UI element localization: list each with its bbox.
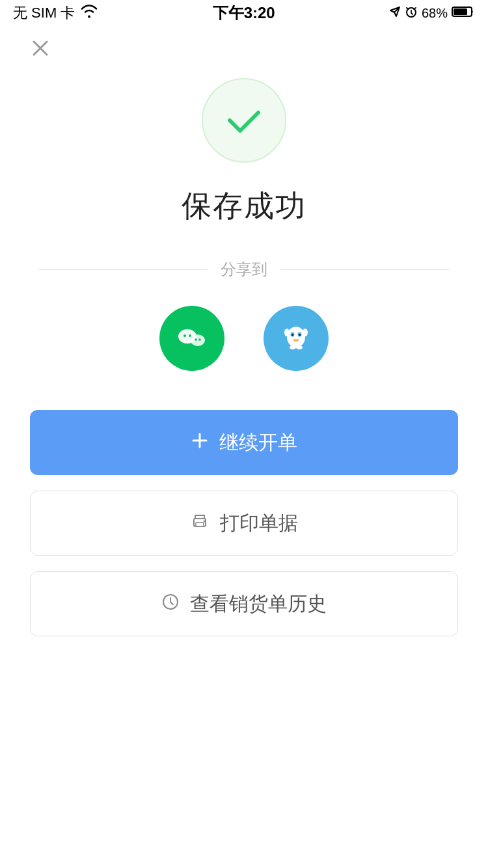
- svg-point-15: [303, 329, 308, 336]
- clock-icon: [161, 593, 180, 616]
- close-button[interactable]: [26, 34, 55, 62]
- divider-line-right: [280, 269, 449, 270]
- success-icon-circle: [202, 78, 286, 163]
- divider-line-left: [39, 269, 208, 270]
- history-button[interactable]: 查看销货单历史: [30, 571, 458, 636]
- svg-point-9: [287, 327, 305, 347]
- svg-point-5: [183, 334, 186, 337]
- svg-point-14: [284, 329, 290, 336]
- battery-percentage: 68%: [422, 6, 448, 21]
- share-wechat-button[interactable]: [159, 306, 224, 371]
- svg-rect-19: [196, 522, 204, 526]
- battery-icon: [452, 6, 475, 21]
- printer-icon: [190, 512, 210, 535]
- no-sim-text: 无 SIM 卡: [13, 3, 75, 23]
- svg-point-4: [191, 334, 205, 346]
- svg-point-6: [189, 334, 191, 337]
- svg-point-12: [291, 334, 293, 336]
- status-bar: 无 SIM 卡 下午3:20 68%: [0, 0, 488, 26]
- success-title: 保存成功: [182, 186, 306, 226]
- share-label: 分享到: [208, 259, 280, 280]
- share-qq-button[interactable]: [264, 306, 329, 371]
- status-right: 68%: [389, 5, 475, 21]
- share-icons-row: [159, 306, 329, 371]
- plus-icon: [191, 431, 209, 454]
- history-label: 查看销货单历史: [190, 591, 327, 617]
- svg-point-7: [195, 338, 197, 341]
- share-divider: 分享到: [0, 259, 488, 280]
- action-buttons: 继续开单 打印单据 查看销货单历史: [0, 410, 488, 636]
- continue-button[interactable]: 继续开单: [30, 410, 458, 475]
- main-content: 保存成功 分享到: [0, 26, 488, 636]
- svg-point-13: [299, 334, 301, 336]
- print-label: 打印单据: [220, 510, 298, 537]
- location-icon: [389, 6, 401, 21]
- continue-label: 继续开单: [219, 429, 297, 456]
- svg-point-20: [204, 520, 206, 522]
- svg-point-16: [290, 346, 296, 349]
- status-time: 下午3:20: [213, 3, 275, 23]
- svg-rect-2: [454, 8, 467, 15]
- status-left: 无 SIM 卡: [13, 3, 98, 23]
- svg-point-8: [198, 338, 201, 341]
- print-button[interactable]: 打印单据: [30, 491, 458, 556]
- alarm-icon: [405, 5, 418, 21]
- svg-point-17: [296, 346, 303, 349]
- wifi-icon: [80, 4, 98, 22]
